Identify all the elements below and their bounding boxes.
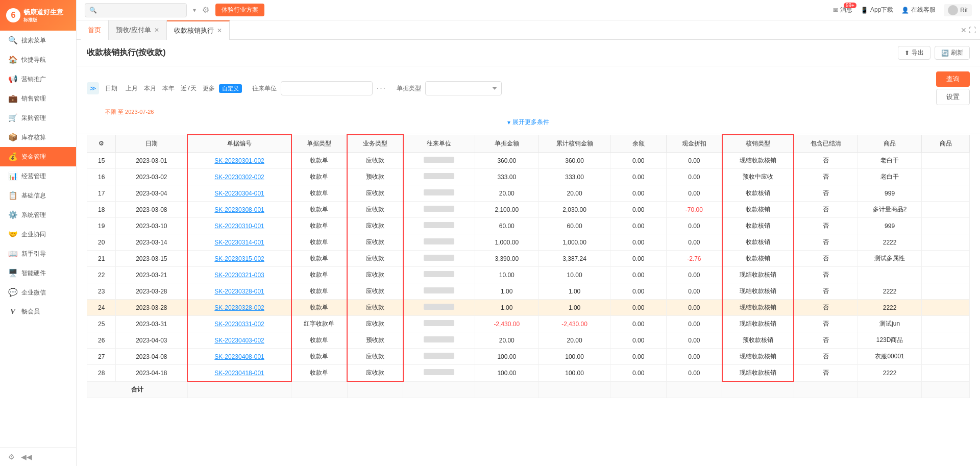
docno-link[interactable]: SK-20230331-002 xyxy=(214,321,264,328)
docno-link[interactable]: SK-20230308-001 xyxy=(214,206,264,213)
sidebar-item-finance[interactable]: 💰资金管理 xyxy=(0,147,76,166)
row-accum: 3,387.24 xyxy=(538,251,610,267)
table-row: 27 2023-04-08 SK-20230408-001 收款单 应收款 10… xyxy=(87,349,970,365)
row-no: 17 xyxy=(87,185,116,202)
prepay-tab-close[interactable]: ✕ xyxy=(154,27,159,34)
row-no: 21 xyxy=(87,251,116,267)
sidebar-item-search[interactable]: 🔍搜索菜单 xyxy=(0,31,76,50)
sidebar-item-member[interactable]: V畅会员 xyxy=(0,302,76,321)
settings-bottom-icon[interactable]: ⚙ xyxy=(8,453,15,461)
row-date: 2023-04-03 xyxy=(116,332,188,349)
sidebar-item-operation[interactable]: 📊经营管理 xyxy=(0,166,76,186)
row-biztype: 应收款 xyxy=(347,300,403,316)
doctype-select[interactable] xyxy=(425,81,502,95)
row-goods2 xyxy=(922,332,970,349)
tab-home[interactable]: 首页 xyxy=(81,20,109,40)
writeoff-tab-close[interactable]: ✕ xyxy=(217,27,222,34)
docno-link[interactable]: SK-20230328-002 xyxy=(214,304,264,311)
row-writeoff: 现结收款核销 xyxy=(722,153,794,169)
dropdown-icon[interactable]: ▾ xyxy=(193,7,196,14)
row-accum: 1.00 xyxy=(538,300,610,316)
docno-link[interactable]: SK-20230314-001 xyxy=(214,239,264,246)
user-area[interactable]: Rit xyxy=(944,4,972,16)
sidebar-item-basic[interactable]: 📋基础信息 xyxy=(0,186,76,205)
sidebar-item-sales[interactable]: 💼销售管理 xyxy=(0,89,76,108)
refresh-btn[interactable]: 🔄 刷新 xyxy=(935,46,970,60)
search-icon: 🔍 xyxy=(89,7,97,14)
industry-btn[interactable]: 体验行业方案 xyxy=(215,4,264,16)
docno-link[interactable]: SK-20230418-001 xyxy=(214,370,264,377)
docno-link[interactable]: SK-20230328-001 xyxy=(214,288,264,295)
date-last-month[interactable]: 上月 xyxy=(124,83,140,94)
docno-link[interactable]: SK-20230403-002 xyxy=(214,337,264,344)
tab-close-all-icon[interactable]: ✕ xyxy=(961,26,967,34)
row-amount: 1.00 xyxy=(475,283,538,300)
row-docno: SK-20230310-001 xyxy=(187,218,291,234)
row-settled: 否 xyxy=(794,153,857,169)
row-accum: 333.00 xyxy=(538,169,610,185)
row-goods2 xyxy=(922,283,970,300)
docno-link[interactable]: SK-20230304-001 xyxy=(214,190,264,197)
sidebar-item-marketing[interactable]: 📢营销推广 xyxy=(0,69,76,89)
export-btn[interactable]: ⬆ 导出 xyxy=(898,46,930,60)
date-7days[interactable]: 近7天 xyxy=(179,83,199,94)
online-service-area[interactable]: 👤 在线客服 xyxy=(901,6,936,14)
tab-expand-icon[interactable]: ⛶ xyxy=(969,26,976,34)
sidebar-item-hardware[interactable]: 🖥️智能硬件 xyxy=(0,263,76,283)
table-settings-icon[interactable]: ⚙ xyxy=(99,140,104,147)
query-btn[interactable]: 查询 xyxy=(936,71,970,87)
config-icon[interactable]: ⚙ xyxy=(202,5,209,15)
date-this-year[interactable]: 本年 xyxy=(160,83,177,94)
sidebar-item-system[interactable]: ⚙️系统管理 xyxy=(0,205,76,225)
docno-link[interactable]: SK-20230408-001 xyxy=(214,353,264,360)
topbar: 🔍 ▾ ⚙ 体验行业方案 ✉ 消息 99+ 📱 App下载 👤 在线客服 Rit xyxy=(77,0,980,20)
docno-link[interactable]: SK-20230321-003 xyxy=(214,272,264,279)
sidebar-item-collab[interactable]: 🤝企业协同 xyxy=(0,225,76,244)
footer-discount xyxy=(666,381,722,398)
row-partner xyxy=(403,202,475,218)
date-this-month[interactable]: 本月 xyxy=(142,83,158,94)
app-download-area[interactable]: 📱 App下载 xyxy=(861,6,893,14)
row-goods: 2222 xyxy=(858,365,922,382)
message-badge: 99+ xyxy=(844,3,856,8)
row-amount: 20.00 xyxy=(475,332,538,349)
docno-link[interactable]: SK-20230310-001 xyxy=(214,223,264,230)
date-more[interactable]: 更多 xyxy=(201,83,217,94)
row-docno: SK-20230308-001 xyxy=(187,202,291,218)
row-balance: 0.00 xyxy=(610,349,666,365)
docno-link[interactable]: SK-20230301-002 xyxy=(214,157,264,164)
row-goods2 xyxy=(922,234,970,251)
tab-writeoff[interactable]: 收款核销执行 ✕ xyxy=(167,20,230,40)
message-area[interactable]: ✉ 消息 99+ xyxy=(833,6,852,14)
filter-more-dots[interactable]: ··· xyxy=(377,84,386,93)
row-partner xyxy=(403,365,475,382)
date-custom-btn[interactable]: 自定义 xyxy=(219,84,242,93)
collapse-icon[interactable]: ◀◀ xyxy=(21,453,32,461)
topbar-search-box[interactable]: 🔍 xyxy=(85,3,187,17)
row-discount: 0.00 xyxy=(666,316,722,332)
partner-input[interactable] xyxy=(281,81,373,95)
tab-prepay[interactable]: 预收/应付单 ✕ xyxy=(109,20,167,40)
expand-more-btn[interactable]: ▾ 展开更多条件 xyxy=(507,118,549,127)
docno-link[interactable]: SK-20230315-002 xyxy=(214,255,264,262)
row-docno: SK-20230328-001 xyxy=(187,283,291,300)
sidebar-item-quicknav[interactable]: 🏠快捷导航 xyxy=(0,50,76,69)
sidebar-item-guide[interactable]: 📖新手引导 xyxy=(0,244,76,263)
sidebar-item-inventory[interactable]: 📦库存核算 xyxy=(0,128,76,147)
sidebar-item-wechat[interactable]: 💬企业微信 xyxy=(0,283,76,302)
filter-collapse-btn[interactable]: ≫ xyxy=(87,82,99,94)
filter-bar: ≫ 日期 上月 本月 本年 近7天 更多 自定义 往来单位 ··· xyxy=(77,66,980,134)
row-amount: 60.00 xyxy=(475,218,538,234)
col-settings-header[interactable]: ⚙ xyxy=(87,135,116,153)
row-amount: 1.00 xyxy=(475,300,538,316)
row-biztype: 应收款 xyxy=(347,251,403,267)
row-amount: 10.00 xyxy=(475,267,538,283)
doctype-filter: 单据类型 xyxy=(397,81,502,95)
row-partner xyxy=(403,185,475,202)
data-table: ⚙ 日期 单据编号 单据类型 业务类型 往来单位 单据金额 累计核销金额 余额 … xyxy=(87,134,970,398)
sidebar-item-purchase[interactable]: 🛒采购管理 xyxy=(0,108,76,128)
row-date: 2023-03-15 xyxy=(116,251,188,267)
row-date: 2023-03-10 xyxy=(116,218,188,234)
settings-filter-btn[interactable]: 设置 xyxy=(936,89,970,105)
docno-link[interactable]: SK-20230302-002 xyxy=(214,174,264,181)
